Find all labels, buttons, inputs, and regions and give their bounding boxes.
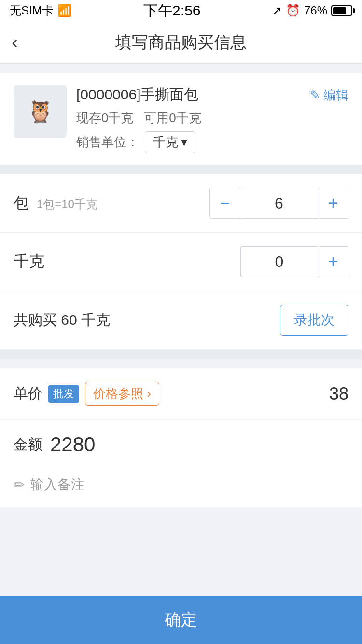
price-value: 38 [329,384,348,404]
product-unit-row: 销售单位： 千克 ▾ [76,131,348,153]
product-stock: 现存0千克 可用0千克 [76,110,348,126]
nav-bar: ‹ 填写商品购买信息 [0,21,362,64]
alarm-icon: ⏰ [286,4,300,17]
edit-button[interactable]: ✎ 编辑 [310,87,348,104]
battery-percent: 76% [304,4,327,17]
amount-row: 金额 2280 [14,433,348,456]
pack-quantity-input[interactable] [240,188,318,219]
price-section: 单价 批发 价格参照 › 38 [0,368,362,420]
unit-label: 销售单位： [76,134,139,151]
product-thumbnail: 🦉 [14,85,67,138]
product-owl-icon: 🦉 [27,99,54,124]
unit-value: 千克 [153,134,178,151]
summary-row: 共购买 60 千克 录批次 [0,291,362,349]
wifi-icon: 📶 [57,4,72,17]
pack-stepper: − + [209,188,348,219]
back-button[interactable]: ‹ [12,31,18,53]
price-label-group: 单价 批发 价格参照 › [14,382,159,406]
pack-label: 包 [14,194,29,211]
page-title: 填写商品购买信息 [115,31,247,54]
stock-current: 现存0千克 [76,111,133,125]
product-card: 🦉 [0000006]手撕面包 现存0千克 可用0千克 销售单位： 千克 ▾ ✎… [0,73,362,165]
battery-icon [331,5,352,16]
product-name: [0000006]手撕面包 [76,85,348,105]
kg-plus-button[interactable]: + [318,246,348,277]
unit-dropdown-icon: ▾ [181,135,187,150]
batch-button[interactable]: 录批次 [280,305,348,336]
edit-label: 编辑 [323,87,348,104]
amount-label: 金额 [14,435,42,455]
kg-quantity-input[interactable] [240,246,318,277]
section-divider-2 [0,349,362,359]
pack-plus-button[interactable]: + [318,188,348,219]
status-time: 下午2:56 [143,1,200,21]
confirm-button[interactable]: 确定 [0,596,362,644]
remark-row[interactable]: ✏ 输入备注 [14,466,348,507]
product-info: [0000006]手撕面包 现存0千克 可用0千克 销售单位： 千克 ▾ [76,85,348,153]
summary-text: 共购买 60 千克 [14,310,110,330]
price-tag-pifa: 批发 [48,385,79,403]
location-icon: ↗ [272,4,282,17]
pack-sub-label: 1包=10千克 [37,197,97,210]
pencil-icon: ✏ [14,477,25,493]
price-ref-button[interactable]: 价格参照 › [85,382,159,406]
no-sim-label: 无SIM卡 [10,3,54,18]
status-right: ↗ ⏰ 76% [272,4,352,17]
unit-select[interactable]: 千克 ▾ [145,131,195,153]
amount-value: 2280 [50,433,95,456]
kg-input-row: 千克 + [0,233,362,291]
pack-minus-button[interactable]: − [209,188,240,219]
pack-label-group: 包 1包=10千克 [14,193,97,214]
kg-label: 千克 [14,251,44,272]
edit-icon: ✎ [310,88,320,103]
status-bar: 无SIM卡 📶 下午2:56 ↗ ⏰ 76% [0,0,362,21]
pack-input-row: 包 1包=10千克 − + [0,174,362,233]
kg-stepper: + [240,246,348,277]
price-label: 单价 [14,384,42,404]
amount-section: 金额 2280 ✏ 输入备注 [0,420,362,507]
status-left: 无SIM卡 📶 [10,3,72,18]
stock-available: 可用0千克 [144,111,201,125]
remark-placeholder: 输入备注 [30,476,84,494]
section-divider-1 [0,165,362,174]
